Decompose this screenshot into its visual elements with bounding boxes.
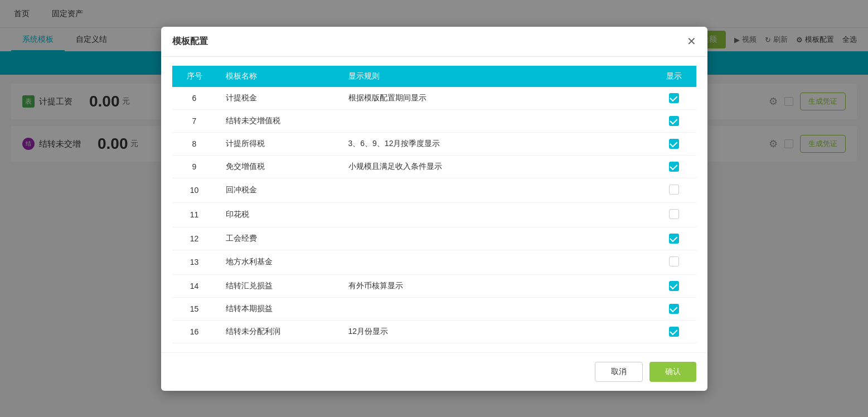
table-row: 15结转本期损益 — [172, 297, 696, 320]
row-rule — [340, 227, 652, 250]
row-checkbox-cell — [652, 320, 696, 343]
row-checkbox[interactable] — [669, 209, 679, 219]
row-rule — [340, 297, 652, 320]
row-rule — [340, 178, 652, 202]
row-checkbox-cell — [652, 274, 696, 297]
row-name: 地方水利基金 — [217, 250, 340, 274]
row-checkbox[interactable] — [669, 185, 679, 195]
table-row: 7结转未交增值税 — [172, 109, 696, 132]
table-row: 14结转汇兑损益有外币核算显示 — [172, 274, 696, 297]
row-id: 15 — [172, 297, 217, 320]
row-name: 回冲税金 — [217, 178, 340, 202]
table-row: 6计提税金根据模版配置期间显示 — [172, 87, 696, 110]
col-header-id: 序号 — [172, 66, 217, 87]
row-checkbox-cell — [652, 132, 696, 155]
row-rule — [340, 202, 652, 227]
row-checkbox-cell — [652, 227, 696, 250]
row-checkbox-cell — [652, 87, 696, 110]
row-checkbox-cell — [652, 109, 696, 132]
row-id: 6 — [172, 87, 217, 110]
row-checkbox[interactable] — [669, 234, 679, 244]
row-name: 计提所得税 — [217, 132, 340, 155]
cancel-button[interactable]: 取消 — [595, 362, 643, 382]
modal-header: 模板配置 ✕ — [161, 27, 707, 57]
row-rule: 3、6、9、12月按季度显示 — [340, 132, 652, 155]
confirm-button[interactable]: 确认 — [649, 362, 696, 382]
table-wrapper: 序号 模板名称 显示规则 显示 6计提税金根据模版配置期间显示7结转未交增值税8… — [172, 66, 696, 343]
modal-body: 序号 模板名称 显示规则 显示 6计提税金根据模版配置期间显示7结转未交增值税8… — [161, 57, 707, 352]
row-checkbox-cell — [652, 250, 696, 274]
row-id: 14 — [172, 274, 217, 297]
row-id: 16 — [172, 320, 217, 343]
col-header-show: 显示 — [652, 66, 696, 87]
row-checkbox[interactable] — [669, 162, 679, 172]
modal-overlay: 模板配置 ✕ 序号 模板名称 显示规则 显示 6计提税金根据模版配置期间显 — [0, 0, 868, 417]
row-checkbox[interactable] — [669, 93, 679, 103]
row-rule — [340, 250, 652, 274]
modal-footer: 取消 确认 — [161, 352, 707, 391]
row-name: 结转本期损益 — [217, 297, 340, 320]
table-row: 10回冲税金 — [172, 178, 696, 202]
table-row: 11印花税 — [172, 202, 696, 227]
table-row: 13地方水利基金 — [172, 250, 696, 274]
modal-title: 模板配置 — [172, 36, 208, 47]
row-name: 印花税 — [217, 202, 340, 227]
table-row: 8计提所得税3、6、9、12月按季度显示 — [172, 132, 696, 155]
row-checkbox[interactable] — [669, 139, 679, 149]
row-id: 8 — [172, 132, 217, 155]
row-id: 13 — [172, 250, 217, 274]
row-rule — [340, 109, 652, 132]
row-checkbox-cell — [652, 297, 696, 320]
col-header-rule: 显示规则 — [340, 66, 652, 87]
close-icon[interactable]: ✕ — [687, 36, 696, 47]
row-name: 免交增值税 — [217, 155, 340, 178]
row-rule: 12月份显示 — [340, 320, 652, 343]
table-row: 12工会经费 — [172, 227, 696, 250]
row-rule: 小规模且满足收入条件显示 — [340, 155, 652, 178]
row-checkbox-cell — [652, 202, 696, 227]
row-rule: 根据模版配置期间显示 — [340, 87, 652, 110]
row-checkbox[interactable] — [669, 281, 679, 291]
row-id: 12 — [172, 227, 217, 250]
row-rule: 有外币核算显示 — [340, 274, 652, 297]
config-table: 序号 模板名称 显示规则 显示 6计提税金根据模版配置期间显示7结转未交增值税8… — [172, 66, 696, 343]
row-name: 结转未交增值税 — [217, 109, 340, 132]
row-checkbox[interactable] — [669, 116, 679, 126]
row-checkbox[interactable] — [669, 304, 679, 314]
row-name: 结转汇兑损益 — [217, 274, 340, 297]
table-row: 9免交增值税小规模且满足收入条件显示 — [172, 155, 696, 178]
row-checkbox[interactable] — [669, 327, 679, 337]
row-id: 9 — [172, 155, 217, 178]
row-id: 10 — [172, 178, 217, 202]
row-checkbox[interactable] — [669, 256, 679, 266]
row-name: 结转未分配利润 — [217, 320, 340, 343]
row-checkbox-cell — [652, 155, 696, 178]
table-row: 16结转未分配利润12月份显示 — [172, 320, 696, 343]
row-checkbox-cell — [652, 178, 696, 202]
row-name: 工会经费 — [217, 227, 340, 250]
modal-template-config: 模板配置 ✕ 序号 模板名称 显示规则 显示 6计提税金根据模版配置期间显 — [161, 27, 707, 391]
row-id: 11 — [172, 202, 217, 227]
col-header-name: 模板名称 — [217, 66, 340, 87]
row-name: 计提税金 — [217, 87, 340, 110]
row-id: 7 — [172, 109, 217, 132]
